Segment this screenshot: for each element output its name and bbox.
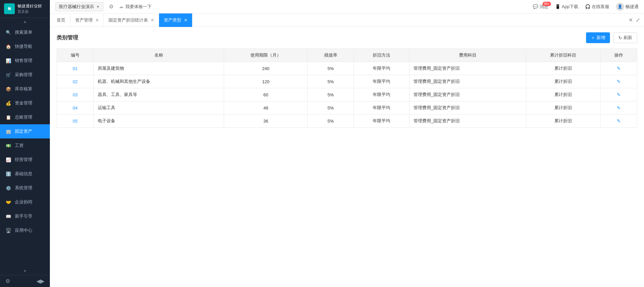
sidebar-nav: 🔍 搜索菜单 🏠 快捷导航 📊 销售管理 🛒 采购管理 📦 库存核算 💰 资金管… [0, 25, 50, 267]
experience-button[interactable]: ☁ 我要体验一下 [119, 4, 152, 10]
user-profile-button[interactable]: 👤 畅捷通 [616, 3, 639, 11]
customer-service-button[interactable]: 🎧 在线客服 [585, 4, 609, 10]
purchase-icon: 🛒 [5, 72, 11, 78]
fixed-assets-icon: 🏢 [5, 128, 11, 134]
tab-asset-type[interactable]: 资产类型 ✕ [159, 13, 192, 27]
message-button[interactable]: 💬 消息 99+ [533, 4, 548, 10]
sidebar-item-fixed-assets[interactable]: 🏢 固定资产 [0, 124, 50, 138]
edit-icon[interactable]: ✎ [617, 66, 621, 71]
cell-accumulated-subject: 累计折旧 [526, 115, 600, 128]
edit-icon[interactable]: ✎ [617, 79, 621, 84]
sidebar-item-basic-info[interactable]: ℹ️ 基础信息 [0, 167, 50, 181]
topbar-settings-icon[interactable]: ⚙ [109, 3, 114, 10]
app-download-button[interactable]: 📱 App下载 [555, 4, 578, 10]
sidebar-item-capital[interactable]: 💰 资金管理 [0, 96, 50, 110]
col-depreciation-method: 折旧方法 [354, 49, 409, 62]
sidebar-item-ledger[interactable]: 📋 总账管理 [0, 110, 50, 124]
app-logo-icon: 畅 [4, 3, 15, 14]
topbar: 医疗器械行业演示 ▼ ⚙ ☁ 我要体验一下 💬 消息 99+ 📱 App下载 🎧… [50, 0, 644, 13]
window-close-icon[interactable]: ✕ [628, 17, 633, 23]
sidebar-item-quick-nav[interactable]: 🏠 快捷导航 [0, 39, 50, 54]
table-row: 04 运输工具 48 5% 年限平均 管理费用_固定资产折旧 累计折旧 ✎ [57, 101, 637, 115]
table-row: 02 机器、机械和其他生产设备 120 5% 年限平均 管理费用_固定资产折旧 … [57, 75, 637, 88]
collapse-icon[interactable]: ◀▶ [36, 278, 44, 284]
sidebar-item-guide[interactable]: 📖 新手引导 [0, 209, 50, 223]
cell-period: 60 [224, 88, 308, 101]
window-controls: ✕ ⤢ [628, 17, 640, 23]
sidebar-item-app-center[interactable]: 🖥️ 应用中心 [0, 223, 50, 237]
salary-icon: 💵 [5, 142, 11, 149]
tab-close-fixed-asset-table[interactable]: ✕ [151, 18, 154, 23]
col-code: 编号 [57, 49, 94, 62]
window-expand-icon[interactable]: ⤢ [636, 17, 640, 23]
page-title: 类别管理 [57, 34, 78, 41]
page-header: 类别管理 ＋ 新增 ↻ 刷新 [57, 32, 637, 43]
cell-code: 03 [57, 88, 94, 101]
chevron-down-icon: ▼ [96, 5, 100, 9]
edit-icon[interactable]: ✎ [617, 105, 621, 110]
cell-code: 02 [57, 75, 94, 88]
cell-action: ✎ [600, 101, 637, 115]
sidebar-item-inventory[interactable]: 📦 库存核算 [0, 82, 50, 96]
sidebar-scroll-up[interactable]: ▲ [0, 18, 50, 25]
sidebar-item-operations[interactable]: 📈 经营管理 [0, 153, 50, 167]
cell-depreciation-method: 年限平均 [354, 101, 409, 115]
company-selector[interactable]: 医疗器械行业演示 ▼ [55, 2, 103, 11]
cell-residual-rate: 5% [308, 88, 354, 101]
table-row: 01 房屋及建筑物 240 5% 年限平均 管理费用_固定资产折旧 累计折旧 ✎ [57, 62, 637, 75]
refresh-icon: ↻ [618, 35, 622, 40]
message-icon: 💬 [533, 4, 538, 9]
sidebar: 畅 畅捷通好业财 普及版 ▲ 🔍 搜索菜单 🏠 快捷导航 📊 销售管理 🛒 采购… [0, 0, 50, 287]
cooperation-icon: 🤝 [5, 199, 11, 205]
cell-residual-rate: 5% [308, 62, 354, 75]
basic-info-icon: ℹ️ [5, 171, 11, 177]
cell-code: 01 [57, 62, 94, 75]
cell-accumulated-subject: 累计折旧 [526, 88, 600, 101]
capital-icon: 💰 [5, 100, 11, 106]
sales-icon: 📊 [5, 58, 11, 64]
cell-period: 120 [224, 75, 308, 88]
cell-depreciation-method: 年限平均 [354, 75, 409, 88]
topbar-right: 💬 消息 99+ 📱 App下载 🎧 在线客服 👤 畅捷通 [533, 3, 639, 11]
cell-code: 05 [57, 115, 94, 128]
operations-icon: 📈 [5, 157, 11, 163]
col-accumulated-subject: 累计折旧科目 [526, 49, 600, 62]
cell-period: 36 [224, 115, 308, 128]
tab-home[interactable]: 首页 [54, 13, 70, 27]
tab-asset-manage[interactable]: 资产管理 ✕ [70, 13, 104, 27]
cell-period: 48 [224, 101, 308, 115]
refresh-button[interactable]: ↻ 刷新 [613, 32, 637, 43]
ledger-icon: 📋 [5, 114, 11, 120]
edit-icon[interactable]: ✎ [617, 92, 621, 97]
cell-expense-subject: 管理费用_固定资产折旧 [409, 62, 526, 75]
col-expense-subject: 费用科目 [409, 49, 526, 62]
tabbar: 首页 资产管理 ✕ 固定资产折旧统计表 ✕ 资产类型 ✕ ✕ ⤢ [50, 13, 644, 27]
sidebar-scroll-down[interactable]: ▼ [0, 267, 50, 275]
new-button[interactable]: ＋ 新增 [586, 32, 610, 43]
message-badge: 99+ [543, 2, 551, 6]
cell-accumulated-subject: 累计折旧 [526, 75, 600, 88]
sidebar-item-sales[interactable]: 📊 销售管理 [0, 54, 50, 68]
sidebar-item-search[interactable]: 🔍 搜索菜单 [0, 25, 50, 39]
sidebar-bottom: ⚙ ◀▶ [0, 275, 50, 287]
cell-residual-rate: 5% [308, 101, 354, 115]
cell-expense-subject: 管理费用_固定资产折旧 [409, 75, 526, 88]
cell-code: 04 [57, 101, 94, 115]
tab-fixed-asset-table[interactable]: 固定资产折旧统计表 ✕ [104, 13, 159, 27]
sidebar-item-purchase[interactable]: 🛒 采购管理 [0, 68, 50, 82]
cell-expense-subject: 管理费用_固定资产折旧 [409, 115, 526, 128]
cell-action: ✎ [600, 88, 637, 101]
app-center-icon: 🖥️ [5, 227, 11, 233]
tab-close-asset-manage[interactable]: ✕ [95, 18, 99, 23]
settings-icon[interactable]: ⚙ [5, 278, 10, 284]
page-content: 类别管理 ＋ 新增 ↻ 刷新 编号 名称 使用期限（月） 残值率 [50, 27, 644, 287]
cell-expense-subject: 管理费用_固定资产折旧 [409, 101, 526, 115]
tab-close-asset-type[interactable]: ✕ [184, 18, 187, 23]
edit-icon[interactable]: ✎ [617, 118, 621, 124]
sidebar-item-system[interactable]: ⚙️ 系统管理 [0, 181, 50, 195]
cell-depreciation-method: 年限平均 [354, 115, 409, 128]
col-action: 操作 [600, 49, 637, 62]
table-row: 05 电子设备 36 5% 年限平均 管理费用_固定资产折旧 累计折旧 ✎ [57, 115, 637, 128]
sidebar-item-salary[interactable]: 💵 工资 [0, 138, 50, 153]
sidebar-item-cooperation[interactable]: 🤝 企业协同 [0, 195, 50, 209]
